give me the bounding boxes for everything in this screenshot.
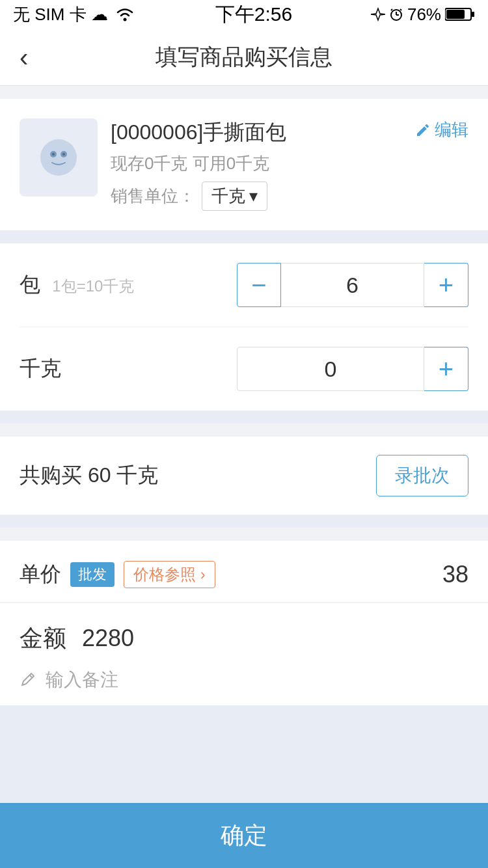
section-divider-1: [0, 230, 488, 243]
kg-input-row: 千克 +: [20, 327, 468, 411]
battery-text: 76%: [407, 5, 441, 25]
product-image: [20, 118, 98, 197]
batch-tag: 批发: [70, 562, 115, 587]
edit-icon: [415, 122, 431, 138]
back-button[interactable]: ‹: [20, 44, 28, 70]
product-info: [0000006]手撕面包 现存0千克 可用0千克 销售单位： 千克 ▾: [111, 118, 402, 211]
status-bar: 无 SIM 卡 ☁ 下午2:56 76%: [0, 0, 488, 29]
product-name: [0000006]手撕面包: [111, 118, 402, 147]
location-icon: [371, 7, 385, 21]
pack-controls: − +: [237, 263, 468, 307]
record-batch-button[interactable]: 录批次: [376, 455, 468, 496]
svg-rect-8: [472, 12, 474, 17]
alarm-icon: [389, 7, 403, 21]
amount-label: 金额: [20, 625, 66, 651]
edit-label: 编辑: [435, 118, 468, 141]
input-section: 包 1包=10千克 − + 千克 +: [0, 243, 488, 411]
svg-point-13: [62, 153, 65, 156]
unit-value: 千克: [211, 185, 245, 208]
note-icon: [20, 671, 38, 689]
price-value: 38: [442, 561, 468, 588]
unit-select[interactable]: 千克 ▾: [202, 182, 267, 211]
product-card: [0000006]手撕面包 现存0千克 可用0千克 销售单位： 千克 ▾ 编辑: [0, 99, 488, 230]
amount-value: 2280: [82, 625, 134, 651]
svg-point-12: [52, 153, 55, 156]
wifi-icon: [113, 6, 137, 23]
kg-label-group: 千克: [20, 355, 61, 383]
product-unit: 销售单位： 千克 ▾: [111, 182, 402, 211]
pack-input[interactable]: [281, 263, 424, 307]
kg-controls: +: [237, 347, 468, 391]
price-ref-label: 价格参照 ›: [133, 564, 206, 585]
status-time: 下午2:56: [215, 1, 292, 28]
product-logo: [39, 138, 78, 177]
unit-label: 销售单位：: [111, 185, 195, 208]
battery-icon: [445, 7, 475, 22]
dropdown-icon: ▾: [249, 186, 258, 206]
svg-line-14: [29, 675, 32, 677]
price-label: 单价: [20, 560, 61, 589]
pack-plus-button[interactable]: +: [424, 263, 468, 307]
kg-label: 千克: [20, 357, 61, 380]
svg-rect-7: [446, 10, 465, 19]
page-title: 填写商品购买信息: [156, 42, 332, 72]
nav-bar: ‹ 填写商品购买信息: [0, 29, 488, 86]
amount-section: 金额 2280 输入备注: [0, 603, 488, 705]
product-card-right: 编辑: [415, 118, 468, 141]
confirm-button[interactable]: 确定: [0, 803, 488, 868]
note-label: 输入备注: [46, 668, 118, 692]
price-section: 单价 批发 价格参照 › 38: [0, 541, 488, 602]
pack-sublabel: 1包=10千克: [52, 277, 134, 295]
pack-label-group: 包 1包=10千克: [20, 271, 134, 299]
svg-point-0: [123, 18, 126, 21]
status-left: 无 SIM 卡 ☁: [13, 3, 137, 26]
svg-line-5: [400, 9, 401, 10]
price-left: 单价 批发 价格参照 ›: [20, 560, 215, 589]
status-right: 76%: [371, 5, 475, 25]
kg-plus-button[interactable]: +: [424, 347, 468, 391]
signal-text: 无 SIM 卡 ☁: [13, 3, 108, 26]
product-stock: 现存0千克 可用0千克: [111, 152, 402, 175]
svg-line-4: [391, 9, 392, 10]
summary-text: 共购买 60 千克: [20, 461, 158, 490]
amount-row: 金额 2280: [20, 623, 468, 655]
summary-section: 共购买 60 千克 录批次: [0, 437, 488, 515]
edit-button[interactable]: 编辑: [415, 118, 468, 141]
svg-point-9: [40, 139, 77, 176]
price-ref-button[interactable]: 价格参照 ›: [124, 561, 215, 588]
kg-input[interactable]: [237, 347, 424, 391]
pack-minus-button[interactable]: −: [237, 263, 281, 307]
section-divider-3: [0, 515, 488, 528]
pack-input-row: 包 1包=10千克 − +: [20, 243, 468, 327]
pack-label: 包: [20, 273, 40, 296]
note-row[interactable]: 输入备注: [20, 668, 468, 692]
section-divider-2: [0, 411, 488, 424]
